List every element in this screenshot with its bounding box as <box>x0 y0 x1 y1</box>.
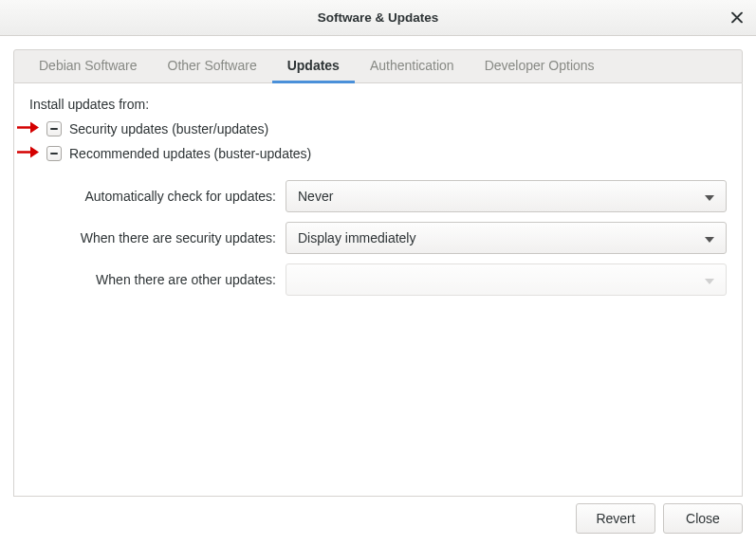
content-area: Debian Software Other Software Updates A… <box>0 36 756 497</box>
window-title: Software & Updates <box>318 10 439 25</box>
annotation-arrow-icon <box>17 146 44 162</box>
revert-button[interactable]: Revert <box>576 503 655 534</box>
tab-bar: Debian Software Other Software Updates A… <box>13 49 743 83</box>
close-button[interactable]: Close <box>663 503 743 534</box>
recommended-updates-checkbox[interactable] <box>46 146 62 161</box>
close-icon[interactable] <box>731 10 743 25</box>
tab-updates[interactable]: Updates <box>272 50 355 83</box>
tab-other-software[interactable]: Other Software <box>153 50 272 83</box>
security-updates-value: Display immediately <box>298 230 415 245</box>
dialog-footer: Revert Close <box>576 503 743 534</box>
chevron-down-icon <box>705 272 714 287</box>
chevron-down-icon <box>705 189 714 204</box>
titlebar: Software & Updates <box>0 0 756 36</box>
tab-authentication[interactable]: Authentication <box>355 50 470 83</box>
auto-check-combo[interactable]: Never <box>286 180 727 212</box>
install-from-heading: Install updates from: <box>29 97 727 112</box>
security-updates-checkbox[interactable] <box>46 121 62 136</box>
auto-check-label: Automatically check for updates: <box>29 189 286 204</box>
update-settings-form: Automatically check for updates: Never W… <box>29 180 727 296</box>
tab-developer-options[interactable]: Developer Options <box>470 50 610 83</box>
other-updates-combo <box>286 263 727 296</box>
auto-check-value: Never <box>298 189 333 204</box>
annotation-arrow-icon <box>17 121 44 137</box>
chevron-down-icon <box>705 230 714 245</box>
tab-debian-software[interactable]: Debian Software <box>24 50 153 83</box>
security-updates-row: Security updates (buster/updates) <box>46 121 727 136</box>
security-updates-label: Security updates (buster/updates) <box>69 121 268 136</box>
other-updates-when-label: When there are other updates: <box>29 272 286 287</box>
updates-panel: Install updates from: Security updates (… <box>13 83 743 497</box>
security-updates-combo[interactable]: Display immediately <box>286 222 727 254</box>
recommended-updates-row: Recommended updates (buster-updates) <box>46 146 727 161</box>
recommended-updates-label: Recommended updates (buster-updates) <box>69 146 311 161</box>
security-updates-when-label: When there are security updates: <box>29 230 286 245</box>
